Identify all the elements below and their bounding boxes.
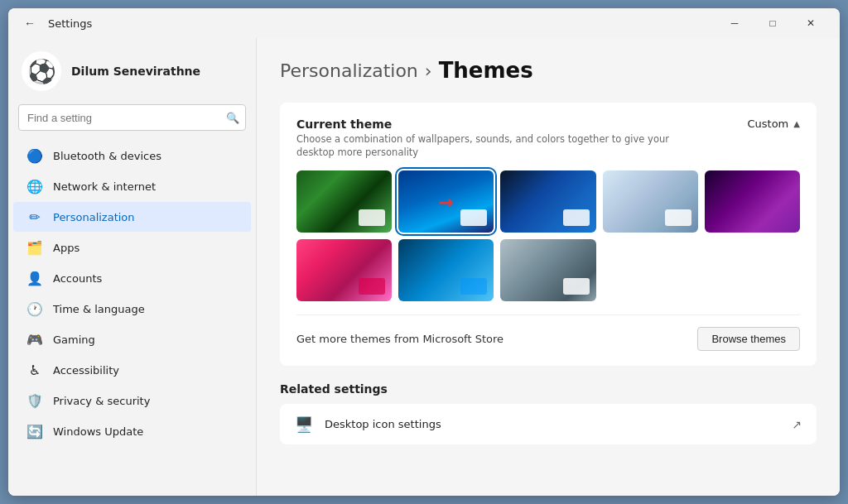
personalization-icon: ✏️ xyxy=(26,209,43,225)
sidebar-item-personalization[interactable]: ✏️ Personalization xyxy=(13,202,251,232)
desktop-icon-label: Desktop icon settings xyxy=(325,418,441,430)
theme-mini-window-8 xyxy=(563,278,590,295)
sidebar-label-gaming: Gaming xyxy=(53,334,95,346)
theme-mini-window-1 xyxy=(359,209,385,226)
themes-grid: → xyxy=(296,170,800,301)
maximize-button[interactable]: □ xyxy=(754,10,792,36)
breadcrumb-parent[interactable]: Personalization xyxy=(280,60,418,81)
sidebar-item-network[interactable]: 🌐 Network & internet xyxy=(13,171,251,201)
sidebar-item-accounts[interactable]: 👤 Accounts xyxy=(13,263,251,293)
bluetooth-icon: 🔵 xyxy=(26,147,43,164)
browse-text: Get more themes from Microsoft Store xyxy=(296,333,504,345)
external-link-icon: ↗ xyxy=(792,418,802,431)
privacy-icon: 🛡️ xyxy=(26,392,43,409)
title-bar: ← Settings ─ □ ✕ xyxy=(8,8,840,38)
sidebar-label-accounts: Accounts xyxy=(53,272,102,285)
user-name: Dilum Senevirathne xyxy=(71,65,200,78)
sidebar-label-accessibility: Accessibility xyxy=(53,364,119,377)
desktop-icon-settings-row[interactable]: 🖥️ Desktop icon settings ↗ xyxy=(280,404,817,444)
sidebar-nav: 🔵 Bluetooth & devices 🌐 Network & intern… xyxy=(8,141,256,446)
sidebar-label-bluetooth: Bluetooth & devices xyxy=(53,150,161,162)
back-button[interactable]: ← xyxy=(18,12,41,35)
sidebar-label-network: Network & internet xyxy=(53,180,156,193)
minimize-button[interactable]: ─ xyxy=(716,10,754,36)
apps-icon: 🗂️ xyxy=(26,239,43,256)
avatar: ⚽ xyxy=(22,51,61,91)
theme-mini-window-4 xyxy=(665,209,691,226)
sidebar-item-accessibility[interactable]: ♿ Accessibility xyxy=(13,355,251,385)
sidebar-item-bluetooth[interactable]: 🔵 Bluetooth & devices xyxy=(13,141,251,170)
theme-mini-window-6 xyxy=(359,278,385,295)
time-icon: 🕐 xyxy=(26,300,43,317)
theme-mini-window-7 xyxy=(460,278,487,295)
theme-item-7[interactable] xyxy=(398,239,494,301)
theme-item-6[interactable] xyxy=(296,239,392,301)
theme-item-4[interactable] xyxy=(603,170,698,233)
theme-item-2[interactable]: → xyxy=(398,170,494,233)
current-theme-title: Current theme xyxy=(296,118,694,131)
title-bar-controls: ─ □ ✕ xyxy=(716,10,830,36)
theme-arrow-2: → xyxy=(439,191,454,212)
sidebar-item-privacy[interactable]: 🛡️ Privacy & security xyxy=(13,386,251,415)
sidebar-item-gaming[interactable]: 🎮 Gaming xyxy=(13,324,251,354)
accessibility-icon: ♿ xyxy=(26,362,43,378)
sidebar-label-personalization: Personalization xyxy=(53,211,135,223)
settings-window: ← Settings ─ □ ✕ ⚽ Dilum Senevirathne 🔍 xyxy=(8,8,840,496)
window-title: Settings xyxy=(48,17,92,30)
sidebar-item-windows-update[interactable]: 🔄 Windows Update xyxy=(13,416,251,446)
close-button[interactable]: ✕ xyxy=(792,10,830,36)
current-theme-value-button[interactable]: Custom ▲ xyxy=(747,118,800,130)
sidebar-label-privacy: Privacy & security xyxy=(53,395,150,407)
theme-mini-window-3 xyxy=(563,209,590,226)
sidebar-item-apps[interactable]: 🗂️ Apps xyxy=(13,233,251,262)
breadcrumb-current: Themes xyxy=(439,58,533,83)
related-settings-title: Related settings xyxy=(280,382,817,396)
title-bar-left: ← Settings xyxy=(18,12,716,35)
current-theme-desc: Choose a combination of wallpapers, soun… xyxy=(296,132,694,159)
search-input[interactable] xyxy=(18,104,246,131)
current-theme-value-label: Custom xyxy=(747,118,788,130)
theme-item-3[interactable] xyxy=(500,170,595,233)
theme-item-8[interactable] xyxy=(500,239,595,301)
main-content: Personalization › Themes Current theme C… xyxy=(257,38,840,496)
theme-item-1[interactable] xyxy=(296,170,392,233)
network-icon: 🌐 xyxy=(26,178,43,194)
gaming-icon: 🎮 xyxy=(26,331,43,348)
browse-row: Get more themes from Microsoft Store Bro… xyxy=(296,314,800,351)
related-settings-section: Related settings 🖥️ Desktop icon setting… xyxy=(280,382,817,444)
setting-row-left: 🖥️ Desktop icon settings xyxy=(295,415,441,433)
sidebar-label-time: Time & language xyxy=(53,303,145,315)
user-section: ⚽ Dilum Senevirathne xyxy=(8,38,256,101)
desktop-icon: 🖥️ xyxy=(295,415,313,433)
breadcrumb: Personalization › Themes xyxy=(280,58,817,83)
browse-themes-button[interactable]: Browse themes xyxy=(697,327,800,351)
search-icon: 🔍 xyxy=(226,112,239,124)
theme-item-5[interactable] xyxy=(705,170,800,233)
current-theme-header: Current theme Choose a combination of wa… xyxy=(296,118,800,159)
theme-mini-window-2 xyxy=(460,209,487,226)
accounts-icon: 👤 xyxy=(26,270,43,286)
chevron-up-icon: ▲ xyxy=(793,119,800,128)
windows-update-icon: 🔄 xyxy=(26,423,43,439)
sidebar-label-windows-update: Windows Update xyxy=(53,425,143,438)
sidebar-item-time[interactable]: 🕐 Time & language xyxy=(13,294,251,324)
sidebar: ⚽ Dilum Senevirathne 🔍 🔵 Bluetooth & dev… xyxy=(8,38,257,496)
themes-card: Current theme Choose a combination of wa… xyxy=(280,103,817,366)
sidebar-label-apps: Apps xyxy=(53,242,80,254)
breadcrumb-separator: › xyxy=(425,60,432,81)
content-area: ⚽ Dilum Senevirathne 🔍 🔵 Bluetooth & dev… xyxy=(8,38,840,496)
current-theme-info: Current theme Choose a combination of wa… xyxy=(296,118,694,159)
search-box: 🔍 xyxy=(18,104,246,131)
